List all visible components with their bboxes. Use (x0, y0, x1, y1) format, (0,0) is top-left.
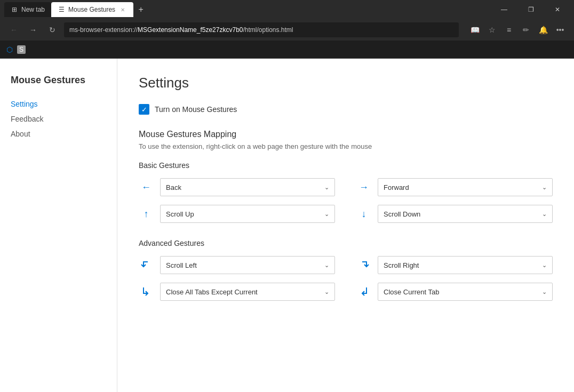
notes-icon[interactable]: ✏ (519, 22, 533, 37)
tab-close-button[interactable]: ✕ (118, 5, 127, 14)
gesture-row-scroll-up: ↑ Scroll Up ⌄ (139, 205, 335, 223)
gesture-row-close-all-except: Close All Tabs Except Current ⌄ (139, 283, 335, 301)
window-controls: — ❐ ✕ (492, 2, 570, 17)
gesture-dropdown-scroll-down-value: Scroll Down (384, 210, 420, 218)
gesture-icon-scroll-up: ↑ (139, 206, 154, 221)
main-content: Settings ✓ Turn on Mouse Gestures Mouse … (117, 59, 574, 392)
checkbox-check-icon: ✓ (141, 106, 147, 114)
gesture-row-forward: → Forward ⌄ (356, 178, 553, 196)
basic-gestures-grid: ← Back ⌄ → Forward ⌄ ↑ Scroll Up ⌄ (139, 178, 553, 223)
dropdown-arrow-scroll-down: ⌄ (542, 211, 547, 218)
dropdown-arrow-scroll-left: ⌄ (324, 262, 329, 269)
gesture-dropdown-back[interactable]: Back ⌄ (160, 178, 335, 196)
gesture-dropdown-scroll-up[interactable]: Scroll Up ⌄ (160, 205, 335, 223)
gesture-dropdown-close-all-except[interactable]: Close All Tabs Except Current ⌄ (160, 283, 335, 301)
checkbox-label: Turn on Mouse Gestures (155, 105, 237, 114)
mouse-gestures-tab-icon: ☰ (58, 6, 65, 13)
dropdown-arrow-scroll-right: ⌄ (542, 262, 547, 269)
browser-chrome: ⊞ New tab ☰ Mouse Gestures ✕ + — ❐ ✕ ← →… (0, 0, 574, 59)
dropdown-arrow-back: ⌄ (324, 184, 329, 191)
gesture-icon-close-all-except (139, 284, 154, 299)
gesture-icon-forward: → (356, 180, 371, 195)
minimize-button[interactable]: — (492, 2, 516, 17)
gesture-icon-scroll-right (356, 258, 371, 273)
forward-nav-button[interactable]: → (26, 22, 41, 37)
gesture-icon-back: ← (139, 180, 154, 195)
gesture-row-scroll-right: Scroll Right ⌄ (356, 256, 553, 274)
advanced-gestures-grid: Scroll Left ⌄ Scroll Right ⌄ (139, 256, 553, 301)
url-bar[interactable]: ms-browser-extension://MSGextensionName_… (64, 22, 459, 37)
gesture-icon-scroll-down: ↓ (356, 206, 371, 221)
url-prefix: ms-browser-extension:// (69, 26, 138, 34)
address-bar: ← → ↻ ms-browser-extension://MSGextensio… (0, 19, 574, 41)
reading-list-icon[interactable]: 📖 (467, 22, 482, 37)
gesture-dropdown-scroll-left[interactable]: Scroll Left ⌄ (160, 256, 335, 274)
gesture-dropdown-forward-value: Forward (384, 183, 409, 191)
restore-button[interactable]: ❐ (519, 2, 543, 17)
fav-item-2[interactable]: S (17, 45, 26, 54)
mapping-section-desc: To use the extension, right-click on a w… (139, 142, 553, 150)
tab-bar: ⊞ New tab ☰ Mouse Gestures ✕ + — ❐ ✕ (0, 0, 574, 19)
tab-mouse-gestures[interactable]: ☰ Mouse Gestures ✕ (51, 2, 133, 17)
url-text: ms-browser-extension://MSGextensionName_… (69, 26, 293, 34)
fav-icon-1: ⬡ (6, 45, 13, 54)
fav-item-1[interactable]: ⬡ (6, 45, 13, 54)
notifications-icon[interactable]: 🔔 (536, 22, 551, 37)
menu-icon[interactable]: ≡ (501, 22, 516, 37)
gesture-row-scroll-down: ↓ Scroll Down ⌄ (356, 205, 553, 223)
new-tab-page-icon: ⊞ (11, 6, 18, 13)
gesture-row-back: ← Back ⌄ (139, 178, 335, 196)
mouse-gestures-tab-label: Mouse Gestures (68, 6, 115, 13)
turn-on-checkbox[interactable]: ✓ (139, 104, 149, 115)
dropdown-arrow-close-current: ⌄ (542, 289, 547, 295)
close-button[interactable]: ✕ (545, 2, 570, 17)
page-title: Settings (139, 75, 553, 91)
advanced-gestures-title: Advanced Gestures (139, 239, 553, 247)
mapping-section-title: Mouse Gestures Mapping (139, 130, 553, 139)
advanced-gestures-section: Advanced Gestures Scroll Left ⌄ (139, 239, 553, 301)
sidebar-item-feedback[interactable]: Feedback (11, 111, 106, 126)
url-path: /html/options.html (243, 26, 293, 34)
favorites-bar: ⬡ S (0, 41, 574, 59)
back-nav-button[interactable]: ← (6, 22, 21, 37)
refresh-button[interactable]: ↻ (45, 22, 60, 37)
gesture-dropdown-scroll-right-value: Scroll Right (384, 261, 419, 269)
toolbar-icons: 📖 ☆ ≡ ✏ 🔔 ••• (467, 22, 568, 37)
gesture-dropdown-forward[interactable]: Forward ⌄ (378, 178, 553, 196)
gesture-dropdown-scroll-down[interactable]: Scroll Down ⌄ (378, 205, 553, 223)
gesture-dropdown-scroll-right[interactable]: Scroll Right ⌄ (378, 256, 553, 274)
dropdown-arrow-close-all-except: ⌄ (324, 289, 329, 295)
gesture-row-scroll-left: Scroll Left ⌄ (139, 256, 335, 274)
sidebar: Mouse Gestures Settings Feedback About (0, 59, 117, 392)
gesture-dropdown-close-current-value: Close Current Tab (384, 288, 440, 296)
page-content: Mouse Gestures Settings Feedback About S… (0, 59, 574, 392)
dropdown-arrow-scroll-up: ⌄ (324, 211, 329, 218)
dropdown-arrow-forward: ⌄ (542, 184, 547, 191)
gesture-dropdown-close-all-except-value: Close All Tabs Except Current (166, 288, 258, 296)
gesture-dropdown-back-value: Back (166, 183, 181, 191)
tab-new-tab[interactable]: ⊞ New tab (4, 2, 51, 17)
gesture-icon-scroll-left (139, 258, 154, 273)
gesture-dropdown-scroll-left-value: Scroll Left (166, 261, 197, 269)
gesture-dropdown-close-current[interactable]: Close Current Tab ⌄ (378, 283, 553, 301)
sidebar-item-settings[interactable]: Settings (11, 97, 106, 111)
gesture-row-close-current: Close Current Tab ⌄ (356, 283, 553, 301)
gesture-dropdown-scroll-up-value: Scroll Up (166, 210, 194, 218)
fav-icon-2: S (17, 45, 26, 54)
new-tab-button[interactable]: + (133, 2, 148, 17)
basic-gestures-title: Basic Gestures (139, 161, 553, 170)
sidebar-title: Mouse Gestures (11, 75, 106, 86)
gesture-icon-close-current (356, 284, 371, 299)
url-domain: MSGextensionName_f5ze27zkcv7b0 (138, 26, 243, 34)
more-icon[interactable]: ••• (553, 22, 568, 37)
sidebar-item-about[interactable]: About (11, 126, 106, 141)
checkbox-row: ✓ Turn on Mouse Gestures (139, 104, 553, 115)
favorites-icon[interactable]: ☆ (484, 22, 499, 37)
new-tab-label: New tab (21, 6, 45, 13)
